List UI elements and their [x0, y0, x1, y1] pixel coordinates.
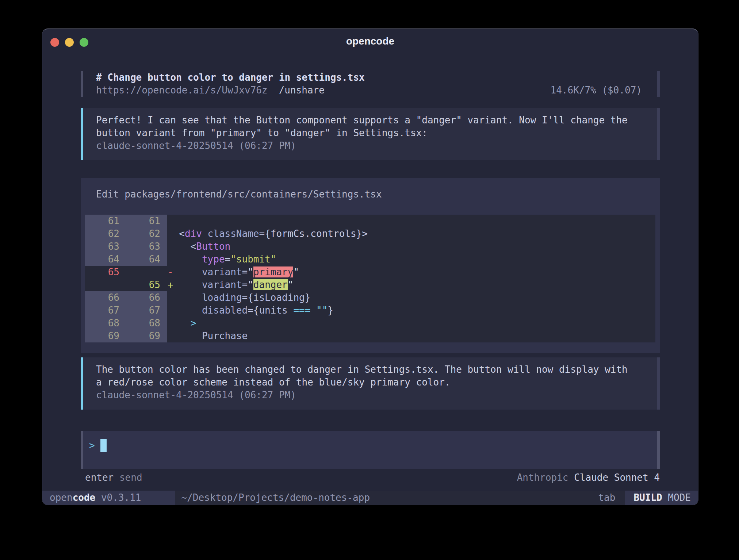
code-token: danger: [253, 279, 288, 290]
code-token: +: [168, 279, 173, 290]
diff-code-line: <div className={formCs.controls}>: [167, 227, 655, 240]
diff-row: 65+ variant="danger": [85, 279, 655, 291]
diff-code-line: [167, 215, 655, 227]
app-name-code: code: [73, 491, 96, 504]
diff-row: 6868 >: [85, 317, 655, 330]
diff-row: 6969 Purchase: [85, 330, 655, 342]
code-token: }: [328, 305, 333, 316]
enter-key-hint: enter: [85, 471, 114, 484]
code-token: }: [305, 292, 311, 303]
diff-old-lineno: [85, 279, 126, 291]
diff-table: 61616262 <div className={formCs.controls…: [85, 215, 655, 342]
code-token: =: [242, 279, 248, 290]
diff-new-lineno: 66: [126, 291, 167, 304]
code-token: -: [168, 266, 173, 277]
text-cursor: [100, 439, 107, 452]
provider-label: Anthropic: [517, 471, 574, 484]
code-token: {: [253, 305, 259, 316]
code-token: variant: [202, 279, 242, 290]
code-token: =: [248, 305, 253, 316]
prompt-input[interactable]: >: [81, 431, 660, 469]
code-token: [288, 305, 294, 316]
message-text-line: a red/rose color scheme instead of the b…: [96, 376, 642, 389]
message-model-timestamp: claude-sonnet-4-20250514 (06:27 PM): [96, 139, 642, 152]
diff-row: 6767 disabled={units === ""}: [85, 304, 655, 317]
diff-row: 6262 <div className={formCs.controls}>: [85, 227, 655, 240]
send-action-label: send: [114, 471, 142, 484]
header-left-bar: [81, 71, 83, 97]
diff-row: 6666 loading={isLoading}: [85, 291, 655, 304]
app-version-chip: opencode v0.3.11: [42, 491, 175, 505]
unshare-command-hint: /unshare: [279, 84, 325, 97]
code-token: [173, 279, 202, 290]
app-window: opencode # Change button color to danger…: [42, 28, 698, 505]
diff-code-line: + variant="danger": [167, 279, 655, 291]
code-token: [202, 228, 208, 239]
session-title: # Change button color to danger in setti…: [96, 71, 657, 84]
mode-chip[interactable]: BUILD MODE: [625, 491, 698, 505]
message-text-line: button variant from "primary" to "danger…: [96, 127, 642, 139]
code-token: ": [248, 266, 253, 277]
code-token: >: [191, 318, 196, 329]
diff-old-lineno: 62: [85, 227, 126, 240]
message-accent-bar: [81, 357, 83, 410]
code-token: "submit": [230, 254, 276, 265]
session-header: # Change button color to danger in setti…: [81, 71, 660, 97]
code-token: [168, 305, 202, 316]
diff-old-lineno: 64: [85, 253, 126, 266]
diff-file-title: Edit packages/frontend/src/containers/Se…: [85, 188, 655, 201]
diff-new-lineno: 67: [126, 304, 167, 317]
code-token: [310, 305, 316, 316]
diff-row: 6464 type="submit": [85, 253, 655, 266]
diff-new-lineno: 62: [126, 227, 167, 240]
diff-row: 65- variant="primary": [85, 266, 655, 279]
code-token: Purchase: [202, 330, 248, 341]
prompt-caret: >: [89, 439, 100, 452]
code-token: variant: [202, 266, 242, 277]
diff-code-line: loading={isLoading}: [167, 291, 655, 304]
code-token: =: [259, 228, 265, 239]
mode-name: BUILD: [633, 491, 662, 504]
assistant-message: Perfect! I can see that the Button compo…: [81, 108, 660, 160]
diff-code-line: type="submit": [167, 253, 655, 266]
code-token: [168, 292, 202, 303]
code-token: ": [248, 279, 253, 290]
message-text-line: The button color has been changed to dan…: [96, 363, 642, 376]
header-right-bar: [657, 71, 660, 97]
mode-suffix: MODE: [662, 491, 691, 504]
diff-code-line: disabled={units === ""}: [167, 304, 655, 317]
message-model-timestamp: claude-sonnet-4-20250514 (06:27 PM): [96, 389, 642, 402]
assistant-message: The button color has been changed to dan…: [81, 357, 660, 410]
diff-old-lineno: 68: [85, 317, 126, 330]
model-label: Claude Sonnet 4: [574, 471, 660, 484]
working-directory: ~/Desktop/Projects/demo-notes-app: [181, 491, 370, 505]
code-token: units: [259, 305, 287, 316]
message-right-bar: [657, 357, 660, 410]
edit-diff-card: Edit packages/frontend/src/containers/Se…: [81, 178, 660, 353]
code-token: isLoading: [253, 292, 305, 303]
diff-code-line: - variant="primary": [167, 266, 655, 279]
tab-key-hint[interactable]: tab: [598, 491, 615, 505]
diff-code-line: >: [167, 317, 655, 330]
code-token: ": [288, 279, 294, 290]
code-token: {: [248, 292, 253, 303]
diff-old-lineno: 67: [85, 304, 126, 317]
code-token: Button: [196, 241, 230, 252]
code-token: type: [202, 254, 225, 265]
share-url-link[interactable]: https://opencode.ai/s/UwJxv76z: [96, 84, 268, 97]
diff-new-lineno: 61: [126, 215, 167, 227]
code-token: [168, 330, 202, 341]
code-token: [168, 318, 191, 329]
code-token: <: [168, 241, 196, 252]
code-token: className: [208, 228, 259, 239]
diff-old-lineno: 63: [85, 240, 126, 253]
app-version: v0.3.11: [95, 491, 141, 504]
title-bar: opencode: [42, 29, 698, 55]
keybind-footer: enter send Anthropic Claude Sonnet 4: [81, 471, 660, 484]
token-usage-cost: 14.6K/7% ($0.07): [551, 84, 657, 97]
code-token: disabled: [202, 305, 248, 316]
code-token: ===: [293, 305, 310, 316]
input-left-bar: [81, 431, 83, 469]
diff-old-lineno: 66: [85, 291, 126, 304]
input-right-bar: [657, 431, 660, 469]
